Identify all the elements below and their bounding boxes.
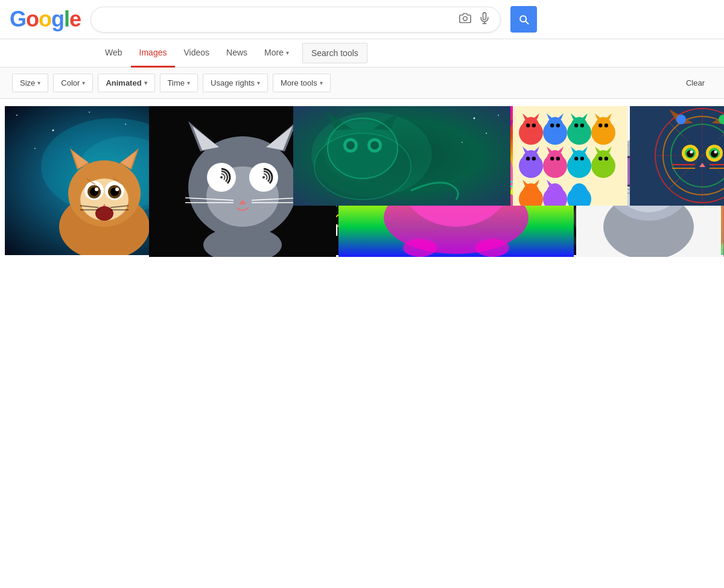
- svg-point-135: [220, 176, 223, 179]
- svg-point-256: [580, 157, 584, 160]
- svg-point-232: [580, 124, 584, 127]
- svg-point-237: [599, 124, 602, 127]
- image-item[interactable]: [630, 106, 724, 206]
- svg-point-249: [550, 157, 554, 160]
- svg-point-231: [574, 124, 578, 127]
- logo-letter-e: e: [69, 7, 81, 31]
- svg-point-220: [532, 124, 536, 127]
- search-bar: cat tripping: [91, 7, 501, 33]
- filter-time[interactable]: Time ▾: [160, 74, 198, 92]
- svg-point-10: [34, 148, 36, 149]
- time-chevron-icon: ▾: [187, 80, 190, 86]
- svg-point-203: [462, 142, 463, 143]
- tab-images[interactable]: Images: [131, 39, 176, 68]
- image-row-2: [147, 104, 288, 259]
- svg-point-262: [605, 157, 608, 160]
- svg-point-136: [262, 176, 265, 179]
- svg-point-244: [532, 157, 536, 160]
- logo-letter-o2: o: [39, 7, 51, 31]
- svg-point-213: [370, 141, 379, 150]
- svg-point-226: [556, 124, 560, 127]
- svg-point-212: [346, 141, 355, 150]
- svg-point-250: [556, 157, 560, 160]
- logo-letter-o1: o: [26, 7, 39, 31]
- logo-letter-l: l: [64, 7, 69, 31]
- tab-videos[interactable]: Videos: [175, 39, 218, 68]
- nav-tabs: Web Images Videos News More ▾ Search too…: [0, 39, 724, 68]
- filter-usage-rights[interactable]: Usage rights ▾: [203, 74, 268, 92]
- svg-point-222: [543, 121, 567, 145]
- image-grid: SO TIRED: [0, 99, 724, 264]
- image-item[interactable]: [293, 106, 510, 206]
- svg-point-219: [526, 124, 530, 127]
- tab-web[interactable]: Web: [97, 39, 131, 68]
- animated-chevron-icon: ▾: [144, 80, 147, 86]
- svg-point-6: [89, 112, 90, 113]
- svg-point-27: [95, 188, 98, 191]
- tab-news[interactable]: News: [218, 39, 256, 68]
- svg-point-238: [605, 124, 608, 127]
- svg-point-296: [676, 115, 686, 124]
- svg-point-164: [475, 239, 509, 257]
- svg-point-252: [567, 154, 591, 178]
- svg-point-225: [550, 124, 554, 127]
- svg-point-255: [574, 157, 578, 160]
- search-tools-button[interactable]: Search tools: [302, 43, 367, 63]
- clear-button[interactable]: Clear: [679, 74, 712, 92]
- svg-point-4: [16, 115, 17, 116]
- svg-point-289: [690, 151, 693, 154]
- search-icons: [459, 12, 491, 27]
- size-chevron-icon: ▾: [37, 80, 40, 86]
- mic-icon[interactable]: [478, 12, 491, 27]
- svg-point-234: [591, 121, 615, 145]
- svg-point-0: [463, 16, 468, 21]
- google-logo[interactable]: Google: [10, 7, 81, 32]
- more-chevron-icon: ▾: [286, 49, 289, 56]
- image-row-1: SO TIRED: [2, 104, 144, 258]
- usage-rights-chevron-icon: ▾: [257, 80, 260, 86]
- svg-point-258: [591, 154, 615, 178]
- svg-point-290: [714, 151, 717, 154]
- svg-point-228: [567, 121, 591, 145]
- header: Google cat tripping: [0, 0, 724, 39]
- filter-animated[interactable]: Animated ▾: [98, 74, 154, 92]
- logo-letter-g2: g: [51, 7, 64, 31]
- svg-point-243: [526, 157, 530, 160]
- search-button[interactable]: [510, 6, 537, 33]
- svg-point-202: [498, 115, 499, 116]
- svg-point-30: [95, 206, 113, 221]
- svg-point-200: [474, 118, 475, 119]
- logo-letter-g: G: [10, 7, 26, 31]
- filter-color[interactable]: Color ▾: [53, 74, 93, 92]
- camera-icon[interactable]: [459, 12, 471, 27]
- filter-size[interactable]: Size ▾: [12, 74, 48, 92]
- svg-point-163: [403, 239, 437, 257]
- svg-point-246: [543, 154, 567, 178]
- svg-point-28: [115, 188, 119, 191]
- svg-point-5: [52, 130, 54, 131]
- image-row-3: [291, 104, 433, 208]
- svg-point-240: [519, 154, 543, 178]
- image-item[interactable]: [513, 106, 627, 206]
- filter-bar: Size ▾ Color ▾ Animated ▾ Time ▾ Usage r…: [0, 68, 724, 99]
- color-chevron-icon: ▾: [82, 80, 85, 86]
- filter-more-tools[interactable]: More tools ▾: [273, 74, 331, 92]
- svg-point-201: [486, 133, 487, 134]
- svg-point-216: [519, 121, 543, 145]
- more-tools-chevron-icon: ▾: [320, 80, 323, 86]
- svg-point-261: [599, 157, 602, 160]
- tab-more[interactable]: More ▾: [256, 39, 297, 68]
- search-input[interactable]: cat tripping: [101, 13, 453, 26]
